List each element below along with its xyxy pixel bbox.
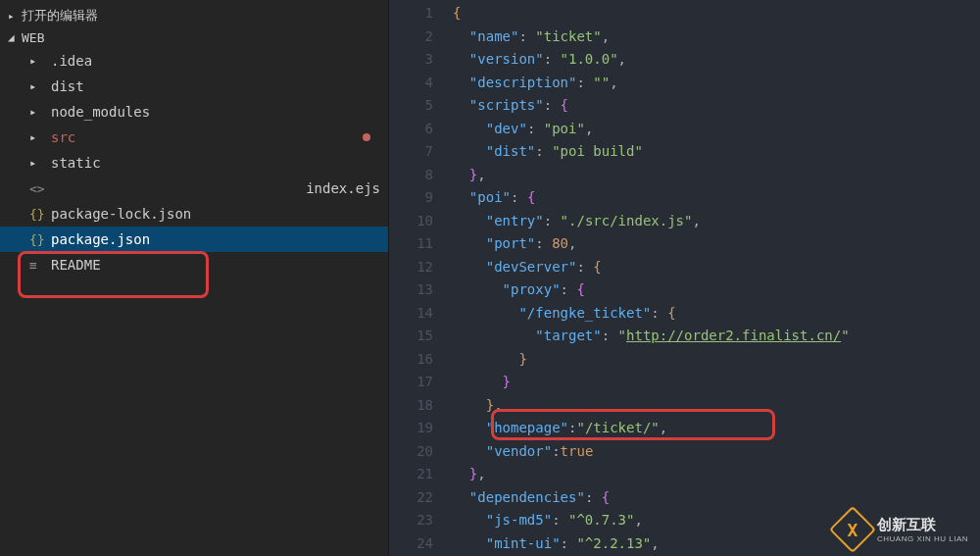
line-number: 19 — [389, 417, 433, 440]
line-number: 22 — [389, 486, 433, 510]
project-root-header[interactable]: ◢ WEB — [0, 27, 388, 48]
line-number: 14 — [389, 302, 433, 326]
code-line[interactable]: }, — [453, 463, 980, 486]
tree-item-dist[interactable]: ▸dist — [0, 74, 388, 99]
code-line[interactable]: }, — [453, 394, 980, 418]
line-number: 12 — [389, 256, 433, 279]
tree-item-label: .idea — [51, 53, 92, 69]
chevron-right-icon: ▸ — [29, 79, 47, 93]
file-icon: <> — [29, 176, 304, 201]
tree-item-package-lock-json[interactable]: {}package-lock.json — [0, 201, 388, 227]
tree-item-README[interactable]: ≡README — [0, 252, 388, 278]
code-line[interactable]: "entry": "./src/index.js", — [453, 210, 980, 233]
code-line[interactable]: "poi": { — [453, 186, 980, 210]
line-number: 7 — [389, 140, 433, 164]
tree-item--idea[interactable]: ▸.idea — [0, 48, 388, 74]
line-number: 11 — [389, 232, 433, 256]
line-number: 9 — [389, 186, 433, 210]
file-icon: ≡ — [29, 258, 49, 273]
tree-item-src[interactable]: ▸src — [0, 125, 388, 150]
open-editors-header[interactable]: ▸ 打开的编辑器 — [0, 4, 388, 27]
line-number: 5 — [389, 94, 433, 118]
line-number: 24 — [389, 532, 433, 556]
modified-indicator-icon — [363, 133, 370, 141]
code-line[interactable]: "port": 80, — [453, 232, 980, 256]
code-line[interactable]: "/fengke_ticket": { — [453, 302, 980, 326]
code-line[interactable]: } — [453, 371, 980, 394]
sidebar: ▸ 打开的编辑器 ◢ WEB ▸.idea▸dist▸node_modules▸… — [0, 0, 389, 556]
file-icon: {} — [29, 232, 49, 247]
tree-item-label: src — [51, 129, 75, 145]
chevron-right-icon: ▸ — [29, 156, 47, 170]
code-line[interactable]: "vendor":true — [453, 440, 980, 464]
code-line[interactable]: "dev": "poi", — [453, 118, 980, 141]
code-line[interactable]: "proxy": { — [453, 278, 980, 302]
code-line[interactable]: "name": "ticket", — [453, 25, 980, 49]
chevron-right-icon: ▸ — [29, 105, 47, 119]
tree-item-label: README — [51, 257, 101, 273]
code-line[interactable]: "target": "http://order2.finalist.cn/" — [453, 325, 980, 348]
watermark: X 创新互联 CHUANG XIN HU LIAN — [836, 513, 968, 546]
line-number: 18 — [389, 394, 433, 418]
tree-item-static[interactable]: ▸static — [0, 150, 388, 176]
line-number: 23 — [389, 509, 433, 532]
line-number: 21 — [389, 463, 433, 486]
watermark-subtext: CHUANG XIN HU LIAN — [877, 534, 968, 543]
line-number: 1 — [389, 2, 433, 25]
line-number: 10 — [389, 210, 433, 233]
tree-item-label: node_modules — [51, 104, 150, 120]
open-editors-label: 打开的编辑器 — [22, 7, 98, 25]
code-line[interactable]: } — [453, 348, 980, 372]
code-line[interactable]: "scripts": { — [453, 94, 980, 118]
chevron-right-icon: ▸ — [29, 54, 47, 68]
tree-item-label: dist — [51, 78, 84, 94]
line-number: 13 — [389, 278, 433, 302]
line-number: 16 — [389, 348, 433, 372]
watermark-logo-icon: X — [829, 506, 876, 553]
code-line[interactable]: "devServer": { — [453, 256, 980, 279]
tree-item-label: static — [51, 155, 101, 171]
file-tree: ▸.idea▸dist▸node_modules▸src▸static<>ind… — [0, 48, 388, 278]
watermark-text: 创新互联 — [877, 516, 968, 534]
tree-item-package-json[interactable]: {}package.json — [0, 227, 388, 252]
chevron-right-icon: ▸ — [29, 130, 47, 144]
chevron-down-icon: ◢ — [8, 31, 22, 44]
line-number: 8 — [389, 164, 433, 187]
tree-item-index-ejs[interactable]: <>index.ejs — [0, 176, 388, 201]
code-line[interactable]: { — [453, 2, 980, 25]
tree-item-node_modules[interactable]: ▸node_modules — [0, 99, 388, 125]
project-root-label: WEB — [22, 30, 44, 45]
line-number: 3 — [389, 48, 433, 72]
line-number: 6 — [389, 118, 433, 141]
code-content[interactable]: { "name": "ticket", "version": "1.0.0", … — [453, 0, 980, 556]
code-line[interactable]: }, — [453, 164, 980, 187]
code-line[interactable]: "description": "", — [453, 72, 980, 95]
line-number: 15 — [389, 325, 433, 348]
code-line[interactable]: "dist": "poi build" — [453, 140, 980, 164]
tree-item-label: index.ejs — [306, 180, 380, 196]
code-line[interactable]: "dependencies": { — [453, 486, 980, 510]
line-number: 2 — [389, 25, 433, 49]
code-line[interactable]: "homepage":"/ticket/", — [453, 417, 980, 440]
code-line[interactable]: "version": "1.0.0", — [453, 48, 980, 72]
line-number: 20 — [389, 440, 433, 464]
file-icon: {} — [29, 207, 49, 222]
tree-item-label: package-lock.json — [51, 206, 191, 222]
code-editor[interactable]: 123456789101112131415161718192021222324 … — [389, 0, 980, 556]
line-number-gutter: 123456789101112131415161718192021222324 — [389, 0, 453, 556]
line-number: 4 — [389, 72, 433, 95]
line-number: 17 — [389, 371, 433, 394]
chevron-right-icon: ▸ — [8, 10, 22, 23]
tree-item-label: package.json — [51, 231, 150, 247]
